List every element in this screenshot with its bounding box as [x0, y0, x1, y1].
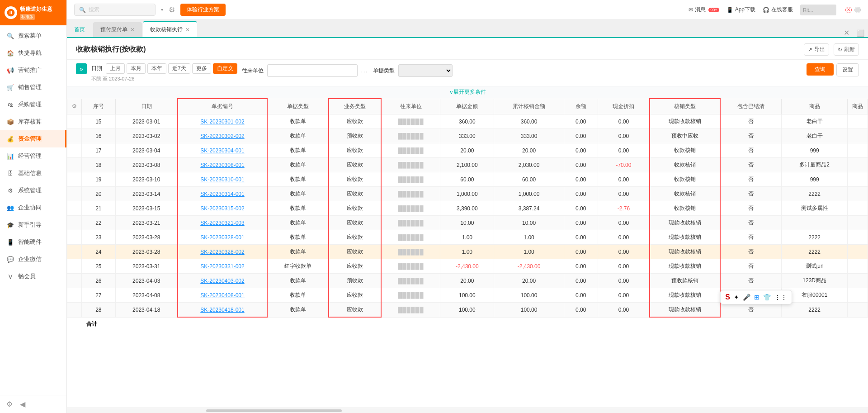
- mic-icon[interactable]: 🎤: [743, 294, 750, 301]
- sidebar-item-wechat[interactable]: 💬 企业微信: [0, 251, 66, 268]
- dropdown-chevron[interactable]: ▾: [161, 7, 163, 12]
- tab-bar: 首页 预付应付单 ✕ 收款核销执行 ✕ ✕ ⬜: [67, 20, 868, 38]
- col-setting[interactable]: ⚙: [67, 99, 82, 114]
- more-dates-btn[interactable]: 更多: [192, 63, 211, 74]
- cell-discount: 0.00: [598, 274, 650, 288]
- sidebar-item-base[interactable]: 🗄 基础信息: [0, 165, 66, 182]
- custom-date-btn[interactable]: 自定义: [213, 63, 237, 74]
- global-search[interactable]: 🔍 搜索: [74, 4, 156, 16]
- partner-input[interactable]: [267, 64, 358, 77]
- tab-prepay[interactable]: 预付应付单 ✕: [93, 22, 142, 37]
- window-close-button[interactable]: ✕: [845, 7, 852, 13]
- cell-doc-no[interactable]: SK-20230328-002: [178, 245, 267, 259]
- cell-date: 2023-04-18: [115, 303, 178, 318]
- cell-setting: [67, 303, 82, 318]
- cell-doc-no[interactable]: SK-20230315-002: [178, 201, 267, 216]
- cell-doc-no[interactable]: SK-20230310-001: [178, 172, 267, 187]
- cell-doc-no[interactable]: SK-20230308-001: [178, 158, 267, 172]
- cell-doc-no[interactable]: SK-20230408-001: [178, 288, 267, 303]
- sidebar-item-operation[interactable]: 📊 经营管理: [0, 147, 66, 165]
- online-service-group[interactable]: 🎧 在线客服: [763, 6, 793, 14]
- sidebar-item-enterprise[interactable]: 👥 企业协同: [0, 199, 66, 216]
- scrollbar-thumb[interactable]: [206, 409, 342, 412]
- this-month-btn[interactable]: 本月: [127, 63, 146, 74]
- tab-prepay-close[interactable]: ✕: [130, 27, 135, 33]
- cell-doc-type: 红字收款单: [267, 259, 329, 274]
- sidebar-item-hardware[interactable]: 📱 智能硬件: [0, 233, 66, 251]
- settings-bottom-icon[interactable]: ⚙: [6, 400, 13, 408]
- tshirt-icon[interactable]: 👕: [763, 294, 771, 301]
- cell-balance: 0.00: [564, 187, 598, 201]
- cell-doc-type: 收款单: [267, 187, 329, 201]
- cell-doc-no[interactable]: SK-20230301-002: [178, 114, 267, 129]
- cell-include-settled: 否: [720, 216, 781, 230]
- user-avatar[interactable]: Rit...: [800, 5, 836, 15]
- filter-toggle-button[interactable]: »: [76, 63, 87, 74]
- tab-receipt[interactable]: 收款核销执行 ✕: [143, 21, 197, 37]
- cell-doc-no[interactable]: SK-20230328-001: [178, 230, 267, 245]
- receipt-type-select[interactable]: [398, 64, 453, 77]
- sidebar-item-guide[interactable]: 🎓 新手引导: [0, 216, 66, 233]
- expand-more-conditions[interactable]: ∨ 展开更多条件: [67, 86, 868, 98]
- last-month-btn[interactable]: 上月: [106, 63, 125, 74]
- col-verify-amount: 累计核销金额: [494, 99, 564, 114]
- cell-doc-no[interactable]: SK-20230403-002: [178, 274, 267, 288]
- cell-product2: [848, 245, 868, 259]
- cell-doc-no[interactable]: SK-20230321-003: [178, 216, 267, 230]
- cell-doc-no[interactable]: SK-20230314-001: [178, 187, 267, 201]
- industry-solution-button[interactable]: 体验行业方案: [180, 4, 226, 16]
- cell-product2: [848, 230, 868, 245]
- horizontal-scrollbar[interactable]: [67, 408, 868, 413]
- app-download-group[interactable]: 📱 App下载: [726, 6, 755, 14]
- sidebar-item-inventory[interactable]: 📦 库存核算: [0, 113, 66, 130]
- cell-setting: [67, 187, 82, 201]
- settings-icon[interactable]: ⚙: [169, 5, 175, 14]
- sidebar-item-quick-nav[interactable]: 🏠 快捷导航: [0, 44, 66, 62]
- cell-product2: [848, 288, 868, 303]
- cell-doc-no[interactable]: SK-20230331-002: [178, 259, 267, 274]
- refresh-icon: ↻: [838, 47, 842, 53]
- more-filter-options[interactable]: ...: [361, 67, 368, 74]
- cell-verify-type: 预收中应收: [650, 129, 720, 143]
- collapse-icon[interactable]: ◀: [20, 400, 25, 408]
- logo-icon: [5, 6, 17, 19]
- messages-group[interactable]: ✉ 消息 99+: [689, 6, 719, 14]
- cell-seq: 22: [82, 216, 116, 230]
- cell-verify-type: 现款收款核销: [650, 303, 720, 318]
- cell-verify-amount: 1,000.00: [494, 187, 564, 201]
- tab-close-all[interactable]: ✕: [840, 28, 853, 37]
- cell-doc-no[interactable]: SK-20230304-001: [178, 143, 267, 158]
- filter-settings-button[interactable]: 设置: [836, 63, 859, 76]
- cell-seq: 28: [82, 303, 116, 318]
- cell-doc-no[interactable]: SK-20230418-001: [178, 303, 267, 318]
- sidebar-item-member[interactable]: V 畅会员: [0, 268, 66, 285]
- cell-setting: [67, 158, 82, 172]
- tab-expand[interactable]: ⬜: [853, 29, 868, 37]
- apps-icon[interactable]: ⋮⋮: [774, 294, 787, 301]
- sidebar-item-sales[interactable]: 🛒 销售管理: [0, 79, 66, 96]
- cell-include-settled: 否: [720, 201, 781, 216]
- data-table-wrapper: ⚙ 序号 日期 单据编号 单据类型 业务类型 往来单位 单据金额 累计核销金额 …: [67, 98, 868, 408]
- sidebar-item-purchase[interactable]: 🛍 采购管理: [0, 96, 66, 113]
- export-button[interactable]: ↗ 导出: [804, 43, 829, 56]
- cell-product2: [848, 114, 868, 129]
- sidebar-item-marketing[interactable]: 📢 营销推广: [0, 62, 66, 79]
- table-row: 222023-03-21SK-20230321-003收款单应收款██████1…: [67, 216, 868, 230]
- sidebar-item-system[interactable]: ⚙ 系统管理: [0, 182, 66, 199]
- last-7-days-btn[interactable]: 近7天: [168, 63, 190, 74]
- tabs-right-controls: ✕ ⬜: [840, 28, 868, 37]
- grid-icon[interactable]: ⊞: [754, 294, 760, 301]
- cell-seq: 26: [82, 274, 116, 288]
- refresh-button[interactable]: ↻ 刷新: [834, 43, 859, 56]
- sidebar-item-search[interactable]: 🔍 搜索菜单: [0, 27, 66, 44]
- sidebar-item-finance[interactable]: 💰 资金管理: [0, 130, 66, 147]
- tab-home[interactable]: 首页: [67, 22, 92, 37]
- table-row: 162023-03-02SK-20230302-002收款单预收款██████3…: [67, 129, 868, 143]
- star-icon[interactable]: ✦: [734, 294, 739, 301]
- this-year-btn[interactable]: 本年: [147, 63, 166, 74]
- tab-receipt-close[interactable]: ✕: [185, 27, 190, 33]
- window-maximize-button[interactable]: ⬜: [854, 7, 861, 13]
- query-button[interactable]: 查询: [807, 63, 834, 76]
- date-range-display: 不限 至 2023-07-26: [91, 76, 237, 82]
- cell-doc-no[interactable]: SK-20230302-002: [178, 129, 267, 143]
